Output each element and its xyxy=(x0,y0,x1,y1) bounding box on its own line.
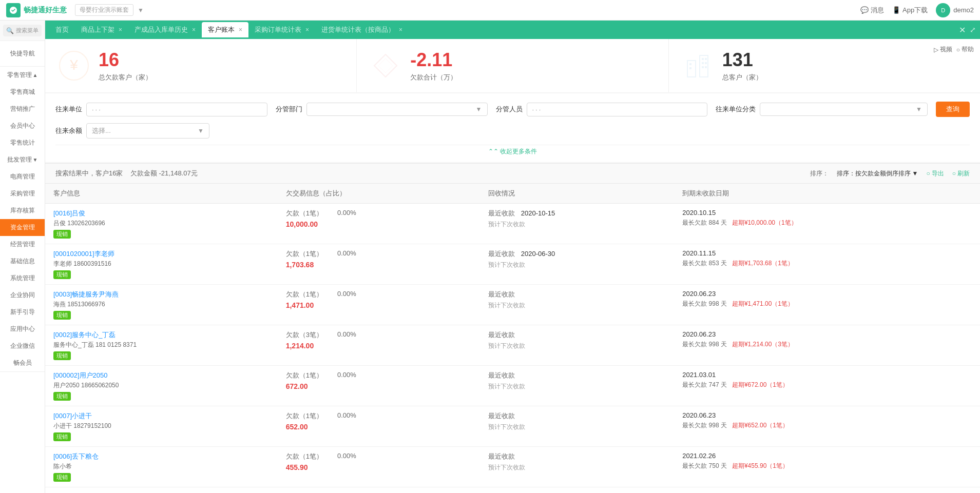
tabs-bar: 首页 商品上下架 × 产成品入库单历史 × 客户账本 × 采购订单统计表 × 进… xyxy=(45,21,980,39)
export-btn[interactable]: ○ 导出 xyxy=(927,169,944,178)
recent-pay-label-6: 最近收款 xyxy=(488,452,515,460)
debt-amount-3[interactable]: 1,214.00 xyxy=(286,342,323,350)
sidebar-item-retail-store[interactable]: 零售商城 xyxy=(0,84,45,101)
td-due-date-0: 2020.10.15 最长欠款 884 天 超期¥10,000.00（1笔） xyxy=(674,204,980,244)
filter-collapse-btn[interactable]: ⌃⌃ 收起更多条件 xyxy=(55,145,970,158)
customer-name-1[interactable]: [0001020001]李老师 xyxy=(53,249,270,259)
sort-chevron: ▼ xyxy=(912,170,918,177)
sidebar-item-enterprise-wechat[interactable]: 企业微信 xyxy=(0,338,45,354)
sidebar-item-basic-info[interactable]: 基础信息 xyxy=(0,253,45,270)
customer-name-3[interactable]: [0002]服务中心_丁磊 xyxy=(53,330,270,340)
overdue-amount-0[interactable]: 超期¥10,000.00（1笔） xyxy=(732,219,797,226)
debt-count-6: 欠款（1笔） xyxy=(286,452,323,461)
sidebar-item-marketing[interactable]: 营销推广 xyxy=(0,101,45,117)
badge-cash-4: 现销 xyxy=(53,392,71,401)
tab-home[interactable]: 首页 xyxy=(49,22,75,37)
tab-production-history[interactable]: 产成品入库单历史 × xyxy=(128,22,202,37)
debt-count-1: 欠款（1笔） xyxy=(286,249,323,259)
sidebar-item-system[interactable]: 系统管理 xyxy=(0,270,45,287)
td-debt-info-4: 欠款（1笔） 672.00 0.00% xyxy=(278,366,480,406)
debt-amount-1[interactable]: 1,703.68 xyxy=(286,261,323,269)
overdue-amount-4[interactable]: 超期¥672.00（1笔） xyxy=(732,381,789,388)
customer-name-0[interactable]: [0016]吕俊 xyxy=(53,209,270,218)
help-icon: ○ xyxy=(956,46,960,53)
td-recovery-6: 最近收款 预计下次收款 xyxy=(480,447,674,487)
sidebar-item-retail-stats[interactable]: 零售统计 xyxy=(0,134,45,151)
sidebar-item-finance[interactable]: 资金管理 xyxy=(0,219,45,236)
sidebar-item-new-guide[interactable]: 新手引导 xyxy=(0,304,45,321)
table-row: [0006]丢下粮仓 陈小希 现销 欠款（1笔） 455.90 0.00% 最近… xyxy=(45,447,980,487)
sidebar-item-batch-mgmt[interactable]: 批发管理▼ xyxy=(0,151,45,168)
overdue-amount-3[interactable]: 超期¥1,214.00（3笔） xyxy=(732,341,794,348)
debt-left-2: 欠款（1笔） 1,471.00 xyxy=(286,290,323,309)
message-btn[interactable]: 💬 消息 xyxy=(860,6,884,15)
search-button[interactable]: 查询 xyxy=(936,102,970,117)
overdue-amount-6[interactable]: 超期¥455.90（1笔） xyxy=(732,462,789,469)
person-input[interactable]: ··· xyxy=(527,103,708,116)
sidebar-item-inventory[interactable]: 库存核算 xyxy=(0,202,45,219)
dept-select[interactable]: ▼ xyxy=(306,103,488,116)
overdue-date-6: 2021.02.26 xyxy=(682,452,972,460)
debt-count-5: 欠款（1笔） xyxy=(286,411,323,421)
debt-amount-5[interactable]: 652.00 xyxy=(286,423,323,431)
customer-name-4[interactable]: [000002]用户2050 xyxy=(53,371,270,380)
logo[interactable]: 畅捷通好生意 xyxy=(6,3,67,17)
dropdown-arrow[interactable]: ▼ xyxy=(138,7,144,14)
tabs-expand[interactable]: ⤢ xyxy=(970,26,976,34)
search-icon: 🔍 xyxy=(6,27,14,34)
sidebar-item-quick-nav[interactable]: 快捷导航 xyxy=(0,45,45,62)
overdue-amount-1[interactable]: 超期¥1,703.68（1笔） xyxy=(732,260,794,267)
td-customer-info-4: [000002]用户2050 用户2050 18665062050 现销 xyxy=(45,366,278,406)
sidebar-item-enterprise-collab[interactable]: 企业协同 xyxy=(0,287,45,304)
overdue-amount-2[interactable]: 超期¥1,471.00（1笔） xyxy=(732,300,794,307)
sidebar-item-operation[interactable]: 经营管理 xyxy=(0,236,45,253)
sidebar-item-purchase[interactable]: 采购管理 xyxy=(0,185,45,202)
debt-customers-label: 总欠款客户（家） xyxy=(99,73,152,82)
arrow-icon: ▲ xyxy=(33,72,38,78)
sort-value[interactable]: 排序：按欠款金额倒序排序 ▼ xyxy=(837,169,918,178)
td-debt-info-0: 欠款（1笔） 10,000.00 0.00% xyxy=(278,204,480,244)
tab-purchase-order[interactable]: 采购订单统计表 × xyxy=(248,22,315,37)
balance-chevron: ▼ xyxy=(198,127,204,134)
customer-name-2[interactable]: [0003]畅捷服务尹海燕 xyxy=(53,290,270,299)
tab-products-offline-close[interactable]: × xyxy=(119,26,122,33)
debt-amount-2[interactable]: 1,471.00 xyxy=(286,301,323,309)
overdue-date-4: 2021.03.01 xyxy=(682,371,972,379)
sidebar-item-ecommerce[interactable]: 电商管理 xyxy=(0,168,45,185)
overdue-amount-5[interactable]: 超期¥652.00（1笔） xyxy=(732,422,789,429)
tab-incoming-stats-label: 进货单统计表（按商品） xyxy=(321,25,395,34)
customer-name-6[interactable]: [0006]丢下粮仓 xyxy=(53,452,270,461)
sidebar-item-app-center[interactable]: 应用中心 xyxy=(0,321,45,338)
tab-products-offline[interactable]: 商品上下架 × xyxy=(75,22,128,37)
debt-amount-6[interactable]: 455.90 xyxy=(286,463,323,471)
from-unit-input[interactable]: ··· xyxy=(86,103,267,116)
quick-nav-item[interactable]: 快捷导航 xyxy=(0,41,45,67)
debt-amount-4[interactable]: 672.00 xyxy=(286,382,323,390)
tabs-close-all[interactable]: ✕ xyxy=(959,25,966,35)
tab-customer-account-close[interactable]: × xyxy=(239,26,242,33)
user-area[interactable]: D demo2 xyxy=(936,3,974,17)
tab-incoming-stats-close[interactable]: × xyxy=(399,26,402,33)
help-btn[interactable]: ○ 帮助 xyxy=(956,45,974,54)
sidebar-item-member-center[interactable]: 会员中心 xyxy=(0,117,45,134)
sidebar-items: 零售管理▲ 零售商城 营销推广 会员中心 零售统计 批发管理▼ 电商管理 采购管… xyxy=(0,67,45,372)
tab-customer-account[interactable]: 客户账本 × xyxy=(202,22,248,37)
unit-category-select[interactable]: ▼ xyxy=(760,103,928,116)
video-btn[interactable]: ▷ 视频 xyxy=(934,45,952,54)
sidebar-item-retail-mgmt[interactable]: 零售管理▲ xyxy=(0,67,45,84)
balance-select[interactable]: 选择... ▼ xyxy=(86,123,209,139)
tab-incoming-stats[interactable]: 进货单统计表（按商品） × xyxy=(315,22,409,37)
customer-name-5[interactable]: [0007]小进干 xyxy=(53,411,270,421)
search-menu-input[interactable]: 🔍 搜索菜单 xyxy=(3,25,42,36)
logo-icon xyxy=(6,3,21,17)
tab-production-history-close[interactable]: × xyxy=(192,26,196,33)
app-download-btn[interactable]: 📱 App下载 xyxy=(892,6,928,15)
debt-amount-0[interactable]: 10,000.00 xyxy=(286,220,323,228)
sidebar-item-vip-member[interactable]: 畅会员 xyxy=(0,354,45,371)
refresh-btn[interactable]: ○ 刷新 xyxy=(952,169,970,178)
filter-area: 往来单位 ··· 分管部门 ▼ 分管人员 xyxy=(45,93,980,162)
debt-percent-4: 0.00% xyxy=(331,371,356,379)
tab-purchase-order-close[interactable]: × xyxy=(305,26,309,33)
recent-pay-date-1: 2020-06-30 xyxy=(521,250,555,258)
collapse-label: 收起更多条件 xyxy=(500,148,537,155)
